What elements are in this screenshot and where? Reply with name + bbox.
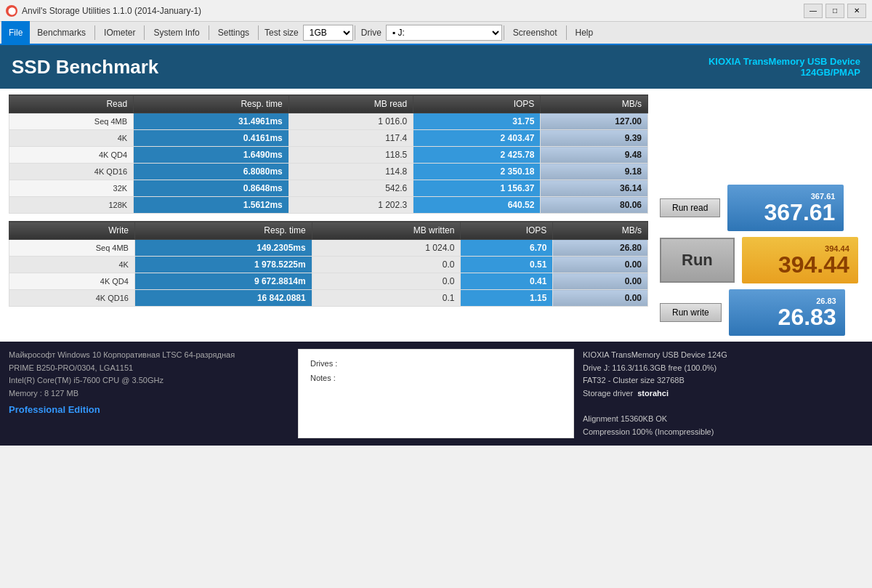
dev-line5 xyxy=(583,400,863,413)
write-row-iops: 0.41 xyxy=(461,273,553,290)
tables-area: Read Resp. time MB read IOPS MB/s Seq 4M… xyxy=(9,94,648,336)
write-row-mbs: 26.80 xyxy=(553,240,648,257)
read-row-resp: 0.4161ms xyxy=(134,130,289,147)
dev-line2: Drive J: 116.3/116.3GB free (100.0%) xyxy=(583,362,863,375)
write-row-mbs: 0.00 xyxy=(553,273,648,290)
read-table-row: 32K 0.8648ms 542.6 1 156.37 36.14 xyxy=(9,180,648,197)
total-score-box: 394.44 394.44 xyxy=(742,237,858,283)
read-row-mb: 1 202.3 xyxy=(288,197,413,214)
title-bar-controls: — □ ✕ xyxy=(804,4,866,18)
read-row-label: 4K xyxy=(9,130,134,147)
write-row-label: 4K QD16 xyxy=(9,290,135,307)
write-row-mbs: 0.00 xyxy=(553,290,648,307)
read-row-iops: 1 156.37 xyxy=(413,180,541,197)
menu-sep-3 xyxy=(209,25,209,40)
test-size-select[interactable]: 1GB 100MB 500MB 4GB xyxy=(303,25,353,41)
test-size-label: Test size xyxy=(260,25,303,41)
read-header-resp: Resp. time xyxy=(134,95,289,113)
drive-label: Drive xyxy=(357,25,386,41)
dev-line3: FAT32 - Cluster size 32768B xyxy=(583,374,863,387)
menu-systeminfo[interactable]: System Info xyxy=(146,21,206,44)
title-bar-text: Anvil's Storage Utilities 1.1.0 (2014-Ja… xyxy=(22,6,804,16)
read-row-resp: 0.8648ms xyxy=(134,180,289,197)
write-row-iops: 0.51 xyxy=(461,257,553,273)
read-row-resp: 31.4961ms xyxy=(134,113,289,130)
read-row-iops: 2 403.47 xyxy=(413,130,541,147)
write-row-resp: 16 842.0881 xyxy=(134,290,312,307)
menu-sep-7 xyxy=(566,25,567,40)
read-table-row: 4K 0.4161ms 117.4 2 403.47 9.39 xyxy=(9,130,648,147)
run-button[interactable]: Run xyxy=(660,238,735,283)
dev-line1: KIOXIA TransMemory USB Device 124G xyxy=(583,349,863,362)
dev-line4: Storage driver storahci xyxy=(583,387,863,400)
write-row-label: Seq 4MB xyxy=(9,240,135,257)
write-row-iops: 1.15 xyxy=(461,290,553,307)
sys-line2: PRIME B250-PRO/0304, LGA1151 xyxy=(9,362,289,375)
read-row-label: 4K QD16 xyxy=(9,164,134,180)
read-row-mb: 118.5 xyxy=(288,147,413,164)
drives-row: Drives : xyxy=(310,357,562,371)
read-table-row: 4K QD4 1.6490ms 118.5 2 425.78 9.48 xyxy=(9,147,648,164)
read-row-iops: 2 425.78 xyxy=(413,147,541,164)
read-table-row: 128K 1.5612ms 1 202.3 640.52 80.06 xyxy=(9,197,648,214)
menu-iometer[interactable]: IOmeter xyxy=(97,21,142,44)
read-row-label: 128K xyxy=(9,197,134,214)
close-button[interactable]: ✕ xyxy=(847,4,866,18)
read-score-big: 367.61 xyxy=(764,201,836,224)
read-row-mbs: 9.48 xyxy=(541,147,648,164)
write-row-resp: 9 672.8814m xyxy=(134,273,312,290)
read-row-mbs: 80.06 xyxy=(541,197,648,214)
menu-benchmarks[interactable]: Benchmarks xyxy=(30,21,93,44)
run-read-button[interactable]: Run read xyxy=(660,198,720,217)
write-row-label: 4K xyxy=(9,257,135,273)
write-table-row: Seq 4MB 149.2305ms 1 024.0 6.70 26.80 xyxy=(9,240,648,257)
drive-select[interactable]: ▪ J: C: D: xyxy=(386,25,502,41)
bottom-middle: Drives : Notes : xyxy=(298,349,574,438)
dev-line7: Compression 100% (Incompressible) xyxy=(583,426,863,439)
run-write-row: Run write 26.83 26.83 xyxy=(660,289,845,336)
sys-line4: Memory : 8 127 MB xyxy=(9,387,289,400)
minimize-button[interactable]: — xyxy=(804,4,823,18)
menu-sep-6 xyxy=(504,25,504,40)
run-total-row: Run 394.44 394.44 xyxy=(660,237,858,283)
menu-sep-5 xyxy=(355,25,355,40)
maximize-button[interactable]: □ xyxy=(825,4,844,18)
app-icon: ⬤ xyxy=(6,5,17,17)
write-row-mb: 0.0 xyxy=(312,273,461,290)
write-header-mbs: MB/s xyxy=(553,222,648,240)
run-read-row: Run read 367.61 367.61 xyxy=(660,185,844,231)
read-row-resp: 1.6490ms xyxy=(134,147,289,164)
read-row-iops: 640.52 xyxy=(413,197,541,214)
read-row-resp: 1.5612ms xyxy=(134,197,289,214)
menu-sep-1 xyxy=(94,25,95,40)
notes-row: Notes : xyxy=(310,371,562,386)
device-spec: 124GB/PMAP xyxy=(708,67,860,78)
write-score-box: 26.83 26.83 xyxy=(729,289,845,336)
read-row-mbs: 36.14 xyxy=(541,180,648,197)
menu-help[interactable]: Help xyxy=(568,21,601,44)
read-row-iops: 2 350.18 xyxy=(413,164,541,180)
menu-screenshot[interactable]: Screenshot xyxy=(506,21,565,44)
run-write-button[interactable]: Run write xyxy=(660,303,722,322)
sys-line3: Intel(R) Core(TM) i5-7600 CPU @ 3.50GHz xyxy=(9,374,289,387)
read-row-mb: 117.4 xyxy=(288,130,413,147)
bottom-right: KIOXIA TransMemory USB Device 124G Drive… xyxy=(583,349,863,438)
menu-file[interactable]: File xyxy=(1,21,30,44)
read-header-mb: MB read xyxy=(288,95,413,113)
menu-settings[interactable]: Settings xyxy=(211,21,257,44)
write-score-big: 26.83 xyxy=(778,305,836,329)
write-header-resp: Resp. time xyxy=(134,222,312,240)
read-row-iops: 31.75 xyxy=(413,113,541,130)
sys-line1: Майкрософт Windows 10 Корпоративная LTSC… xyxy=(9,349,289,362)
write-row-resp: 1 978.5225m xyxy=(134,257,312,273)
read-table-row: Seq 4MB 31.4961ms 1 016.0 31.75 127.00 xyxy=(9,113,648,130)
read-row-label: 4K QD4 xyxy=(9,147,134,164)
menu-sep-4 xyxy=(258,25,259,40)
notes-label: Notes : xyxy=(310,374,336,382)
read-table: Read Resp. time MB read IOPS MB/s Seq 4M… xyxy=(9,94,648,214)
dev-line6: Alignment 15360KB OK xyxy=(583,413,863,426)
right-panel: Run read 367.61 367.61 Run 394.44 394.44… xyxy=(660,94,863,336)
total-score-big: 394.44 xyxy=(778,253,849,276)
read-row-resp: 6.8080ms xyxy=(134,164,289,180)
write-row-mbs: 0.00 xyxy=(553,257,648,273)
